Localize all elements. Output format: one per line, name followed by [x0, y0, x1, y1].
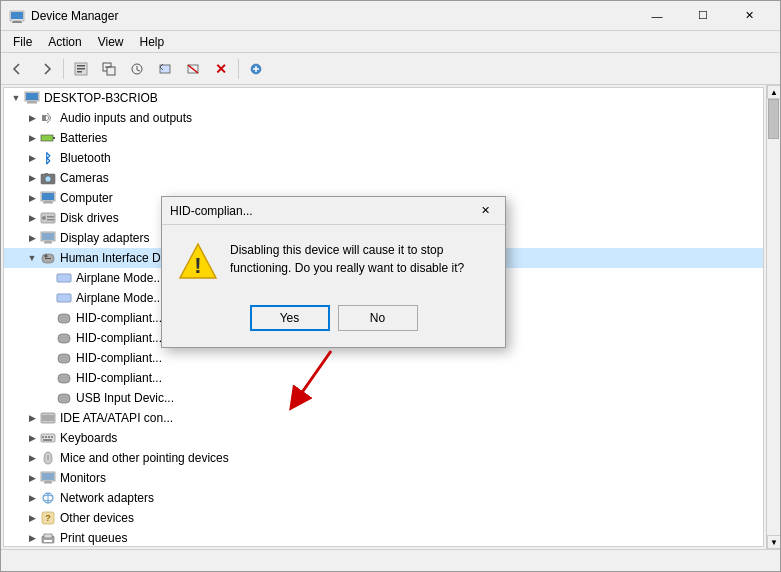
- scroll-down-btn[interactable]: ▼: [767, 535, 780, 549]
- tree-batteries[interactable]: ▶ Batteries: [4, 128, 763, 148]
- tree-other[interactable]: ▶ ? Other devices: [4, 508, 763, 528]
- airplane2-icon: [56, 290, 72, 306]
- keyboards-label: Keyboards: [60, 431, 117, 445]
- other-expand-icon[interactable]: ▶: [24, 510, 40, 526]
- bluetooth-icon: ᛒ: [40, 150, 56, 166]
- network-expand-icon[interactable]: ▶: [24, 490, 40, 506]
- airplane1-label: Airplane Mode...: [76, 271, 163, 285]
- svg-rect-70: [44, 534, 52, 538]
- svg-point-26: [45, 176, 51, 182]
- toolbar-uninstall[interactable]: ✕: [208, 57, 234, 81]
- cameras-label: Cameras: [60, 171, 109, 185]
- tree-usb[interactable]: ▶ USB Input Devic...: [4, 388, 763, 408]
- tree-monitors[interactable]: ▶ Monitors: [4, 468, 763, 488]
- dialog-message: Disabling this device will cause it to s…: [230, 241, 489, 277]
- batteries-expand-icon[interactable]: ▶: [24, 130, 40, 146]
- hid1-label: HID-compliant...: [76, 311, 162, 325]
- svg-rect-22: [42, 115, 46, 121]
- disk-expand-icon[interactable]: ▶: [24, 210, 40, 226]
- tree-ide[interactable]: ▶ IDE ATA/ATAPI con...: [4, 408, 763, 428]
- tree-hid4[interactable]: ▶ HID-compliant...: [4, 368, 763, 388]
- hid2-icon: [56, 330, 72, 346]
- svg-rect-39: [44, 242, 52, 244]
- window-controls: — ☐ ✕: [634, 1, 772, 31]
- close-button[interactable]: ✕: [726, 1, 772, 31]
- print-icon: [40, 530, 56, 546]
- airplane2-label: Airplane Mode...: [76, 291, 163, 305]
- tree-bluetooth[interactable]: ▶ ᛒ Bluetooth: [4, 148, 763, 168]
- tree-audio[interactable]: ▶ Audio inputs and outputs: [4, 108, 763, 128]
- batteries-label: Batteries: [60, 131, 107, 145]
- tree-network[interactable]: ▶ Network adapters: [4, 488, 763, 508]
- tree-cameras[interactable]: ▶ Cameras: [4, 168, 763, 188]
- other-label: Other devices: [60, 511, 134, 525]
- svg-rect-55: [42, 436, 44, 438]
- menu-action[interactable]: Action: [40, 33, 89, 51]
- toolbar-rollback[interactable]: [152, 57, 178, 81]
- svg-rect-24: [53, 137, 55, 139]
- svg-rect-35: [47, 219, 54, 221]
- toolbar-back[interactable]: [5, 57, 31, 81]
- monitors-expand-icon[interactable]: ▶: [24, 470, 40, 486]
- toolbar-properties[interactable]: [68, 57, 94, 81]
- cameras-expand-icon[interactable]: ▶: [24, 170, 40, 186]
- scroll-thumb[interactable]: [768, 99, 779, 139]
- toolbar-disable[interactable]: [180, 57, 206, 81]
- disk-icon: [40, 210, 56, 226]
- bluetooth-expand-icon[interactable]: ▶: [24, 150, 40, 166]
- tree-keyboards[interactable]: ▶ Keyboards: [4, 428, 763, 448]
- ide-expand-icon[interactable]: ▶: [24, 410, 40, 426]
- keyboards-expand-icon[interactable]: ▶: [24, 430, 40, 446]
- hid-parent-label: Human Interface D...: [60, 251, 171, 265]
- svg-rect-29: [42, 193, 54, 200]
- dialog-close-button[interactable]: ✕: [473, 200, 497, 222]
- dialog-content: ! Disabling this device will cause it to…: [162, 225, 505, 297]
- menu-file[interactable]: File: [5, 33, 40, 51]
- mice-expand-icon[interactable]: ▶: [24, 450, 40, 466]
- computer-icon: [40, 190, 56, 206]
- toolbar-forward[interactable]: [33, 57, 59, 81]
- tree-print[interactable]: ▶ Print queues: [4, 528, 763, 547]
- svg-rect-62: [42, 473, 54, 480]
- computer-expand-icon[interactable]: ▶: [24, 190, 40, 206]
- menu-help[interactable]: Help: [132, 33, 173, 51]
- tree-root[interactable]: ▼ DESKTOP-B3CRIOB: [4, 88, 763, 108]
- minimize-button[interactable]: —: [634, 1, 680, 31]
- audio-label: Audio inputs and outputs: [60, 111, 192, 125]
- scrollbar[interactable]: ▲ ▼: [766, 85, 780, 549]
- menu-bar: File Action View Help: [1, 31, 780, 53]
- svg-rect-47: [58, 314, 70, 323]
- window-title: Device Manager: [31, 9, 634, 23]
- svg-rect-9: [107, 67, 115, 75]
- print-expand-icon[interactable]: ▶: [24, 530, 40, 546]
- svg-point-41: [45, 255, 48, 258]
- usb-icon: [56, 390, 72, 406]
- tree-hid3[interactable]: ▶ HID-compliant...: [4, 348, 763, 368]
- svg-text:!: !: [194, 253, 201, 278]
- svg-rect-6: [77, 68, 85, 70]
- display-icon: [40, 230, 56, 246]
- maximize-button[interactable]: ☐: [680, 1, 726, 31]
- display-expand-icon[interactable]: ▶: [24, 230, 40, 246]
- status-bar: [1, 549, 780, 571]
- display-label: Display adapters: [60, 231, 149, 245]
- scroll-up-btn[interactable]: ▲: [767, 85, 780, 99]
- audio-expand-icon[interactable]: ▶: [24, 110, 40, 126]
- menu-view[interactable]: View: [90, 33, 132, 51]
- svg-rect-56: [45, 436, 47, 438]
- svg-rect-23: [41, 135, 53, 141]
- svg-rect-1: [11, 12, 23, 19]
- toolbar-scan[interactable]: [96, 57, 122, 81]
- toolbar-add[interactable]: [243, 57, 269, 81]
- yes-button[interactable]: Yes: [250, 305, 330, 331]
- mice-label: Mice and other pointing devices: [60, 451, 229, 465]
- hid-expand-icon[interactable]: ▼: [24, 250, 40, 266]
- toolbar-sep2: [238, 59, 239, 79]
- tree-mice[interactable]: ▶ Mice and other pointing devices: [4, 448, 763, 468]
- root-expand-icon[interactable]: ▼: [8, 90, 24, 106]
- toolbar-update[interactable]: [124, 57, 150, 81]
- scroll-track: [767, 99, 780, 535]
- audio-icon: [40, 110, 56, 126]
- computer-label: Computer: [60, 191, 113, 205]
- no-button[interactable]: No: [338, 305, 418, 331]
